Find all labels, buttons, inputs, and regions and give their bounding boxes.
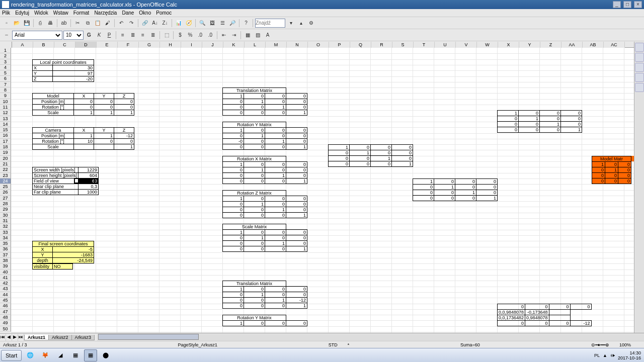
start-button[interactable]: Start xyxy=(1,350,22,361)
row-header[interactable]: 38 xyxy=(0,258,11,263)
row-header[interactable]: 15 xyxy=(0,127,11,133)
row-header[interactable]: 3 xyxy=(0,59,11,65)
cell-block[interactable]: ModelXYZPosition [m]000Rotation [°]000Sc… xyxy=(32,93,134,116)
sort-asc-icon[interactable]: A↓ xyxy=(150,19,159,28)
menu-edytuj[interactable]: Edytuj xyxy=(15,10,29,16)
cell-block[interactable]: Final screen coordinatesX-5Y-1683depth-2… xyxy=(32,241,94,263)
row-header[interactable]: 39 xyxy=(0,263,11,269)
column-header[interactable]: I xyxy=(181,42,202,48)
cell-block[interactable]: 00000,0,9848078-0,1736480,0,17364820,984… xyxy=(497,304,592,326)
cell-block[interactable]: 1000010000100001 xyxy=(497,110,582,133)
row-header[interactable]: 13 xyxy=(0,116,11,122)
underline-button[interactable]: P xyxy=(105,31,114,40)
functions-panel-icon[interactable] xyxy=(635,83,644,92)
sheet-tab[interactable]: Arkusz2 xyxy=(48,335,72,340)
align-left-icon[interactable]: ≡ xyxy=(118,31,127,40)
close-button[interactable]: × xyxy=(634,1,642,8)
row-header[interactable]: 48 xyxy=(0,315,11,320)
find-icon[interactable]: 🔍 xyxy=(198,19,207,28)
spellcheck-icon[interactable]: ab xyxy=(59,19,68,28)
zoom-icon[interactable]: 🔎 xyxy=(228,19,237,28)
obs-icon[interactable]: ⬤ xyxy=(99,349,112,361)
sheet-tab[interactable]: Arkusz1 xyxy=(24,335,49,340)
row-header[interactable]: 14 xyxy=(0,122,11,127)
cell-block[interactable]: Model Matr100010000000 xyxy=(592,156,634,184)
align-center-icon[interactable]: ≣ xyxy=(128,31,137,40)
row-header[interactable]: 41 xyxy=(0,275,11,281)
column-header[interactable]: U xyxy=(435,42,456,48)
row-header[interactable]: 11 xyxy=(0,105,11,110)
column-header[interactable]: A xyxy=(12,42,33,48)
italic-button[interactable]: K xyxy=(95,31,104,40)
row-header[interactable]: 46 xyxy=(0,303,11,309)
cell-block[interactable]: Local point coordinatesX30Y97Z-20 xyxy=(32,59,94,82)
column-header[interactable]: S xyxy=(392,42,414,48)
hyperlink-icon[interactable]: 🔗 xyxy=(140,19,149,28)
cut-icon[interactable]: ✂ xyxy=(73,19,82,28)
row-header[interactable]: 45 xyxy=(0,298,11,303)
row-header[interactable]: 26 xyxy=(0,190,11,195)
column-header[interactable]: L xyxy=(245,42,266,48)
styles-panel-icon[interactable] xyxy=(635,53,644,62)
zoom-slider[interactable]: ⊖━●━━⊕ xyxy=(591,342,609,347)
tab-next-icon[interactable]: ▶ xyxy=(12,334,18,341)
cell-block[interactable]: Rotation Y Matrix1000 xyxy=(222,315,307,326)
new-icon[interactable]: ▫ xyxy=(2,19,11,28)
spreadsheet[interactable]: ABCDEFGHIJKLMNOPQRSTUVWXYZAAABAC 1234567… xyxy=(0,42,634,333)
tray-icon[interactable]: 🕪 xyxy=(610,353,615,358)
remove-decimal-icon[interactable]: .0 xyxy=(206,31,215,40)
copy-icon[interactable]: ⧉ xyxy=(83,19,92,28)
align-justify-icon[interactable]: ≣ xyxy=(148,31,157,40)
row-header[interactable]: 12 xyxy=(0,110,11,116)
tray-icon[interactable]: ▲ xyxy=(603,353,607,358)
row-header[interactable]: 16 xyxy=(0,133,11,138)
column-header[interactable]: N xyxy=(287,42,308,48)
menu-wstaw[interactable]: Wstaw xyxy=(53,10,68,16)
column-header[interactable]: Q xyxy=(350,42,371,48)
column-header[interactable]: J xyxy=(202,42,223,48)
cell-block[interactable]: Rotation Y Matrix10000100-00100001 xyxy=(222,122,307,150)
tab-prev-icon[interactable]: ◀ xyxy=(6,334,12,341)
navigator-panel-icon[interactable] xyxy=(635,73,644,82)
increase-indent-icon[interactable]: ⇥ xyxy=(229,31,238,40)
find-prev-icon[interactable]: ▴ xyxy=(296,19,305,28)
font-size-select[interactable]: 10 xyxy=(63,31,84,40)
gimp-icon[interactable]: 🦊 xyxy=(39,349,52,361)
format-paint-icon[interactable]: 🖌 xyxy=(103,19,112,28)
maximize-button[interactable]: □ xyxy=(623,1,631,8)
row-header[interactable]: 50 xyxy=(0,326,11,332)
row-header[interactable]: 28 xyxy=(0,201,11,207)
column-header[interactable]: E xyxy=(97,42,118,48)
insert-mode[interactable]: STD xyxy=(329,342,338,347)
undo-icon[interactable]: ↶ xyxy=(117,19,126,28)
save-icon[interactable]: 💾 xyxy=(22,19,31,28)
clock[interactable]: 14:30 2017-10-16 xyxy=(618,350,641,360)
column-header[interactable]: F xyxy=(118,42,139,48)
font-name-select[interactable]: Arial xyxy=(12,31,62,40)
bold-button[interactable]: G xyxy=(85,31,94,40)
currency-icon[interactable]: $ xyxy=(176,31,185,40)
column-header[interactable]: C xyxy=(54,42,75,48)
menu-okno[interactable]: Okno xyxy=(139,10,151,16)
column-header[interactable]: D xyxy=(75,42,97,48)
redo-icon[interactable]: ↷ xyxy=(127,19,136,28)
row-header[interactable]: 25 xyxy=(0,184,11,190)
row-header[interactable]: 4 xyxy=(0,65,11,70)
column-header[interactable]: O xyxy=(308,42,329,48)
data-sources-icon[interactable]: ☰ xyxy=(218,19,227,28)
menu-widok[interactable]: Widok xyxy=(34,10,48,16)
align-right-icon[interactable]: ≡ xyxy=(138,31,147,40)
cell-block[interactable]: Rotation Z Matrix1000010000100001 xyxy=(222,190,307,218)
row-header[interactable]: 29 xyxy=(0,207,11,212)
cell-block[interactable]: CameraXYZPosition [m]11-12Rotation [°]10… xyxy=(32,127,134,150)
column-header[interactable]: B xyxy=(33,42,54,48)
tab-last-icon[interactable]: ⏭ xyxy=(18,334,24,341)
cell-block[interactable]: Screen width [pixels]1229Screen height [… xyxy=(32,167,99,195)
row-header[interactable]: 24 xyxy=(0,178,11,184)
open-icon[interactable]: 📂 xyxy=(12,19,21,28)
paste-icon[interactable]: 📋 xyxy=(93,19,102,28)
column-header[interactable]: H xyxy=(160,42,181,48)
calc-window-icon[interactable]: ▦ xyxy=(84,349,97,361)
menu-pomoc[interactable]: Pomoc xyxy=(156,10,172,16)
column-header[interactable]: M xyxy=(266,42,287,48)
